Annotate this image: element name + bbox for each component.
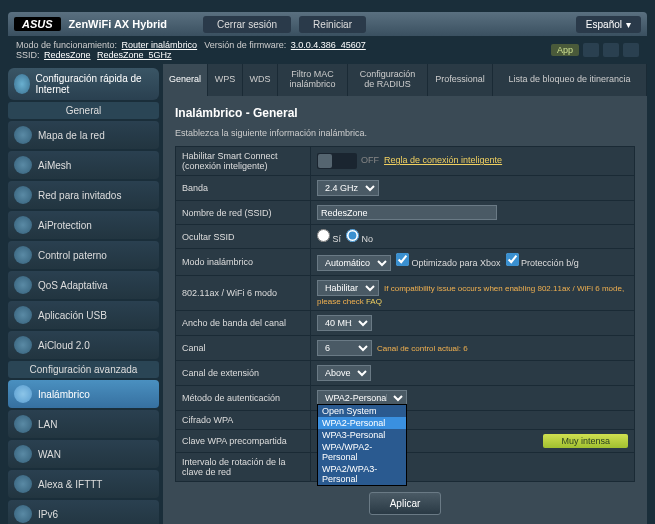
row-ax-label: 802.11ax / WiFi 6 modo — [176, 276, 311, 311]
row-wpa-label: Cifrado WPA — [176, 411, 311, 430]
logo: ASUS — [14, 17, 61, 31]
ipv6-icon — [14, 505, 32, 523]
wan-icon — [14, 445, 32, 463]
sidebar-item-networkmap[interactable]: Mapa de la red — [8, 121, 159, 149]
bg-check[interactable] — [506, 253, 519, 266]
sidebar-item-lan[interactable]: LAN — [8, 410, 159, 438]
page-desc: Establezca la siguiente información inal… — [175, 128, 635, 138]
app-badge[interactable]: App — [551, 44, 579, 56]
header-bar: ASUS ZenWiFi AX Hybrid Cerrar sesión Rei… — [8, 12, 647, 36]
tab-wds[interactable]: WDS — [243, 64, 278, 96]
row-bw-label: Ancho de banda del canal — [176, 311, 311, 336]
content-panel: General WPS WDS Filtro MAC inalámbrico C… — [163, 64, 647, 524]
row-auth-label: Método de autenticación — [176, 386, 311, 411]
sidebar-item-alexa[interactable]: Alexa & IFTTT — [8, 470, 159, 498]
auth-opt-wpa3[interactable]: WPA3-Personal — [318, 429, 406, 441]
sidebar-item-aicloud[interactable]: AiCloud 2.0 — [8, 331, 159, 359]
xbox-check[interactable] — [396, 253, 409, 266]
tab-wps[interactable]: WPS — [208, 64, 243, 96]
map-icon — [14, 126, 32, 144]
sidebar-item-wan[interactable]: WAN — [8, 440, 159, 468]
cloud-icon — [14, 336, 32, 354]
info-bar: Modo de funcionamiento: Router inalámbri… — [8, 36, 647, 64]
sidebar-item-wireless[interactable]: Inalámbrico — [8, 380, 159, 408]
sidebar: Configuración rápida de Internet General… — [8, 64, 163, 524]
wifi-icon — [14, 385, 32, 403]
apply-button[interactable]: Aplicar — [369, 492, 442, 515]
lan-icon — [14, 415, 32, 433]
mesh-icon — [14, 156, 32, 174]
sidebar-item-aiprotection[interactable]: AiProtection — [8, 211, 159, 239]
row-hide-label: Ocultar SSID — [176, 225, 311, 249]
usb-icon — [14, 306, 32, 324]
row-chan-label: Canal — [176, 336, 311, 361]
tab-professional[interactable]: Professional — [428, 64, 493, 96]
sidebar-item-aimesh[interactable]: AiMesh — [8, 151, 159, 179]
alexa-icon — [14, 475, 32, 493]
tab-radius[interactable]: Configuración de RADIUS — [348, 64, 428, 96]
hide-yes-radio[interactable] — [317, 229, 330, 242]
row-ssid-label: Nombre de red (SSID) — [176, 201, 311, 225]
tab-general[interactable]: General — [163, 64, 208, 96]
band-select[interactable]: 2.4 GHz — [317, 180, 379, 196]
chevron-down-icon: ▾ — [626, 19, 631, 30]
row-band-label: Banda — [176, 176, 311, 201]
row-smart-label: Habilitar Smart Connect (conexión inteli… — [176, 147, 311, 176]
mode-select[interactable]: Automático — [317, 255, 391, 271]
ssid-input[interactable] — [317, 205, 497, 220]
gear-icon — [14, 74, 30, 94]
chan-current: Canal de control actual: 6 — [377, 344, 468, 353]
op-mode-link[interactable]: Router inalámbrico — [122, 40, 198, 50]
sidebar-item-qos[interactable]: QoS Adaptativa — [8, 271, 159, 299]
header-icon-1[interactable] — [583, 43, 599, 57]
hide-no-radio[interactable] — [346, 229, 359, 242]
sidebar-item-ipv6[interactable]: IPv6 — [8, 500, 159, 524]
tab-roaming[interactable]: Lista de bloqueo de itinerancia — [493, 64, 647, 96]
faq-link[interactable]: FAQ — [366, 297, 382, 306]
parental-icon — [14, 246, 32, 264]
auth-dropdown-list: Open System WPA2-Personal WPA3-Personal … — [317, 404, 407, 486]
language-select[interactable]: Español▾ — [576, 16, 641, 33]
bw-select[interactable]: 40 MHz — [317, 315, 372, 331]
settings-table: Habilitar Smart Connect (conexión inteli… — [175, 146, 635, 482]
logout-button[interactable]: Cerrar sesión — [203, 16, 291, 33]
smart-connect-toggle[interactable] — [317, 153, 357, 169]
sidebar-head-advanced: Configuración avanzada — [8, 361, 159, 378]
smart-rule-link[interactable]: Regla de conexión inteligente — [384, 155, 502, 165]
tab-macfilter[interactable]: Filtro MAC inalámbrico — [278, 64, 348, 96]
header-icon-2[interactable] — [603, 43, 619, 57]
row-rot-label: Intervalo de rotación de la clave de red — [176, 453, 311, 482]
auth-opt-wpa12[interactable]: WPA/WPA2-Personal — [318, 441, 406, 463]
sidebar-item-parental[interactable]: Control paterno — [8, 241, 159, 269]
quick-setup-button[interactable]: Configuración rápida de Internet — [8, 68, 159, 100]
row-mode-label: Modo inalámbrico — [176, 249, 311, 276]
fw-link[interactable]: 3.0.0.4.386_45607 — [291, 40, 366, 50]
shield-icon — [14, 216, 32, 234]
sidebar-head-general: General — [8, 102, 159, 119]
row-psk-label: Clave WPA precompartida — [176, 430, 311, 453]
page-title: Inalámbrico - General — [175, 106, 635, 120]
chan-select[interactable]: 6 — [317, 340, 372, 356]
model-name: ZenWiFi AX Hybrid — [69, 18, 168, 30]
sidebar-item-guest[interactable]: Red para invitados — [8, 181, 159, 209]
auth-opt-wpa23[interactable]: WPA2/WPA3-Personal — [318, 463, 406, 485]
ssid2-link[interactable]: RedesZone_5GHz — [97, 50, 172, 60]
auth-opt-wpa2[interactable]: WPA2-Personal — [318, 417, 406, 429]
sidebar-item-usb[interactable]: Aplicación USB — [8, 301, 159, 329]
tab-bar: General WPS WDS Filtro MAC inalámbrico C… — [163, 64, 647, 96]
ssid1-link[interactable]: RedesZone — [44, 50, 91, 60]
row-ext-label: Canal de extensión — [176, 361, 311, 386]
qos-icon — [14, 276, 32, 294]
auth-opt-open[interactable]: Open System — [318, 405, 406, 417]
ext-select[interactable]: Above — [317, 365, 371, 381]
ax-select[interactable]: Habilitar — [317, 280, 379, 296]
header-icon-3[interactable] — [623, 43, 639, 57]
guest-icon — [14, 186, 32, 204]
strength-badge: Muy intensa — [543, 434, 628, 448]
reboot-button[interactable]: Reiniciar — [299, 16, 366, 33]
